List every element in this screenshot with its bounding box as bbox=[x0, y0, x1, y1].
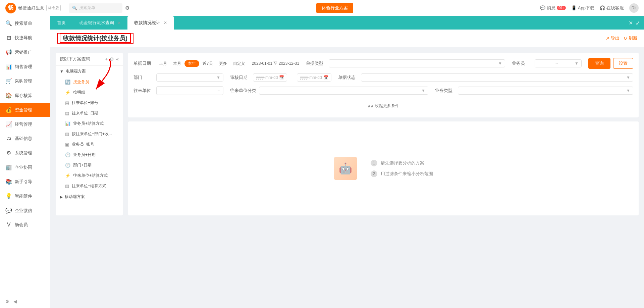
scheme-item-dept-date[interactable]: 🕐 部门+日期 bbox=[56, 160, 123, 170]
filter-item-business-type: 业务类型 ▼ bbox=[435, 87, 633, 95]
review-date-end[interactable]: yyyy-mm-dd 📅 bbox=[297, 73, 331, 82]
counterpart-category-select[interactable]: ▼ bbox=[259, 87, 428, 95]
counterpart-select[interactable]: ··· bbox=[156, 86, 223, 95]
sidebar-item-guide[interactable]: 📚 新手引导 bbox=[0, 174, 50, 189]
scheme-item-icon-9: ⚡ bbox=[65, 173, 70, 178]
refresh-label: 刷新 bbox=[629, 35, 637, 41]
scheme-item-salesperson-date[interactable]: 🕐 业务员+日期 bbox=[56, 150, 123, 160]
scheme-item-unit-date[interactable]: ▤ 往来单位+日期 bbox=[56, 108, 123, 118]
date-tab-last-month[interactable]: 上月 bbox=[156, 60, 170, 67]
sidebar-search-label: 搜索菜单 bbox=[15, 20, 32, 27]
scheme-settings-icon[interactable]: ⚙ bbox=[110, 56, 114, 62]
date-tab-this-month[interactable]: 本月 bbox=[170, 60, 184, 67]
counterpart-category-arrow-icon: ▼ bbox=[421, 88, 425, 93]
doc-status-select[interactable]: ▼ bbox=[361, 73, 633, 82]
page-title: 收款情况统计(按业务员) bbox=[60, 34, 131, 43]
dept-select[interactable]: ▼ bbox=[156, 73, 223, 82]
counterpart-label: 往来单位 bbox=[133, 88, 154, 94]
sidebar-item-basic-info[interactable]: 🗂 基础信息 bbox=[0, 132, 50, 146]
tab-receipt-stats-close[interactable]: ✕ bbox=[164, 20, 167, 25]
scheme-item-salesperson-account[interactable]: ▣ 业务员+账号 bbox=[56, 139, 123, 150]
sidebar-item-finance[interactable]: 💰 资金管理 bbox=[0, 103, 50, 117]
filter-row-1: 单据日期 上月 本月 本年 近7天 更多 自定义 2023-01-01 至 20… bbox=[133, 58, 633, 69]
sidebar-smart-hw-label: 智能硬件 bbox=[15, 193, 32, 199]
scheme-item-by-salesperson[interactable]: 🔄 按业务员 bbox=[56, 77, 123, 87]
dept-arrow-icon: ▼ bbox=[216, 75, 220, 80]
calendar-icon-2: 📅 bbox=[323, 75, 328, 80]
add-scheme-icon[interactable]: + bbox=[105, 56, 108, 62]
filter-area: 单据日期 上月 本月 本年 近7天 更多 自定义 2023-01-01 至 20… bbox=[128, 53, 639, 117]
doc-type-select[interactable]: ▼ bbox=[329, 59, 505, 67]
salesperson-arrow-icon: ··· bbox=[554, 61, 558, 66]
scheme-group-collapse-icon: ▼ bbox=[60, 69, 64, 74]
empty-state-hints: 1 请先选择要分析的方案 2 用过滤条件来缩小分析范围 bbox=[371, 160, 433, 177]
trial-button[interactable]: 体验行业方案 bbox=[316, 3, 353, 13]
scheme-item-unit-dept-collect[interactable]: ▤ 按往来单位+部门+收... bbox=[56, 129, 123, 139]
query-button[interactable]: 查询 bbox=[588, 58, 610, 69]
top-settings-icon[interactable]: ⚙ bbox=[125, 5, 129, 11]
date-tab-7days[interactable]: 近7天 bbox=[200, 60, 216, 67]
sidebar-item-member[interactable]: V 畅会员 bbox=[0, 218, 50, 232]
tab-expand-icon[interactable]: ⤢ bbox=[636, 20, 640, 26]
sidebar-item-smart-hw[interactable]: 💡 智能硬件 bbox=[0, 189, 50, 203]
page-area: 收款情况统计(按业务员) ↗ 导出 ↻ 刷新 bbox=[50, 30, 644, 308]
date-tab-more[interactable]: 更多 bbox=[216, 60, 230, 67]
scheme-item-unit-payment2[interactable]: ▤ 往来单位+结算方式 bbox=[56, 181, 123, 191]
tab-home[interactable]: 首页 bbox=[50, 16, 72, 30]
left-panel-header: 按以下方案查询 + ⚙ « bbox=[56, 53, 123, 66]
refresh-icon: ↻ bbox=[624, 36, 627, 41]
scheme-group-desktop-title[interactable]: ▼ 电脑端方案 bbox=[56, 66, 123, 77]
left-panel: 按以下方案查询 + ⚙ « bbox=[56, 53, 123, 215]
top-search-bar[interactable]: 🔍 搜索菜单 bbox=[69, 3, 122, 13]
sidebar-item-purchase[interactable]: 🛒 采购管理 bbox=[0, 74, 50, 88]
scheme-item-label-1: 按明细 bbox=[73, 90, 85, 95]
scheme-item-unit-account[interactable]: ▤ 往来单位+账号 bbox=[56, 98, 123, 108]
sidebar-item-sales[interactable]: 📊 销售管理 bbox=[0, 59, 50, 74]
scheme-item-unit-payment1[interactable]: ⚡ 往来单位+结算方式 bbox=[56, 170, 123, 181]
collapse-panel-icon[interactable]: « bbox=[116, 56, 119, 62]
main-content: 首页 现金银行流水查询 ✕ 收款情况统计 ✕ ✕ ⤢ 收款情况统计(按业务员) bbox=[50, 16, 644, 308]
quick-nav-icon: ⊞ bbox=[5, 35, 12, 41]
hint-text-2: 用过滤条件来缩小分析范围 bbox=[381, 171, 433, 177]
sidebar-item-inventory[interactable]: 🏠 库存核算 bbox=[0, 88, 50, 103]
tab-receipt-stats[interactable]: 收款情况统计 ✕ bbox=[127, 16, 174, 30]
sidebar-purchase-label: 采购管理 bbox=[15, 78, 32, 84]
sidebar-item-operations[interactable]: 📈 经营管理 bbox=[0, 117, 50, 132]
export-btn[interactable]: ↗ 导出 bbox=[606, 35, 620, 41]
scheme-item-label-5: 按往来单位+部门+收... bbox=[72, 131, 112, 137]
user-avatar-area[interactable]: Rit bbox=[629, 3, 639, 13]
sidebar-item-quick-nav[interactable]: ⊞ 快捷导航 bbox=[0, 31, 50, 45]
review-date-start[interactable]: yyyy-mm-dd 📅 bbox=[253, 73, 287, 82]
scheme-item-icon-6: ▣ bbox=[65, 142, 69, 147]
salesperson-select[interactable]: ··· ▼ bbox=[535, 59, 582, 67]
counterpart-dots[interactable]: ··· bbox=[216, 88, 220, 93]
sidebar-item-wechat[interactable]: 💬 企业微信 bbox=[0, 203, 50, 218]
settings-button[interactable]: 设置 bbox=[613, 58, 633, 69]
filter-item-salesperson: 业务员 ··· ▼ bbox=[512, 59, 582, 67]
tab-bank-flow-close[interactable]: ✕ bbox=[117, 20, 121, 25]
left-panel-title: 按以下方案查询 bbox=[60, 56, 90, 62]
messages-btn[interactable]: 💬 消息 99+ bbox=[540, 5, 566, 11]
collapse-filters-btn[interactable]: ∧∧ 收起更多条件 bbox=[133, 100, 633, 112]
date-tabs: 上月 本月 本年 近7天 更多 自定义 bbox=[156, 60, 248, 67]
tab-close-all-icon[interactable]: ✕ bbox=[629, 20, 633, 26]
business-type-select[interactable]: ▼ bbox=[458, 87, 633, 95]
scheme-group-desktop-label: 电脑端方案 bbox=[66, 68, 86, 74]
scheme-group-mobile-title[interactable]: ▶ 移动端方案 bbox=[56, 191, 123, 202]
scheme-item-salesperson-payment[interactable]: 📊 业务员+结算方式 bbox=[56, 118, 123, 129]
scheme-item-detail[interactable]: ⚡ 按明细 bbox=[56, 87, 123, 98]
date-tab-this-year[interactable]: 本年 bbox=[184, 60, 199, 67]
app-download-btn[interactable]: 📱 App下载 bbox=[571, 5, 594, 11]
tab-bank-flow[interactable]: 现金银行流水查询 ✕ bbox=[72, 16, 127, 30]
sidebar-item-enterprise[interactable]: 🏢 企业协同 bbox=[0, 160, 50, 174]
sidebar-bottom-settings-icon[interactable]: ⚙ bbox=[5, 299, 9, 304]
sidebar-bottom-collapse-icon[interactable]: ◀ bbox=[13, 299, 17, 304]
date-tab-custom[interactable]: 自定义 bbox=[230, 60, 248, 67]
filter-item-dept: 部门 ▼ bbox=[133, 73, 223, 82]
sidebar-item-search[interactable]: 🔍 搜索菜单 bbox=[0, 16, 50, 31]
sidebar-item-marketing[interactable]: 📢 营销推广 bbox=[0, 45, 50, 59]
sidebar-item-system[interactable]: ⚙ 系统管理 bbox=[0, 146, 50, 160]
refresh-btn[interactable]: ↻ 刷新 bbox=[624, 35, 637, 41]
hint-item-1: 1 请先选择要分析的方案 bbox=[371, 160, 424, 166]
online-service-btn[interactable]: 🎧 在线客服 bbox=[600, 5, 624, 11]
